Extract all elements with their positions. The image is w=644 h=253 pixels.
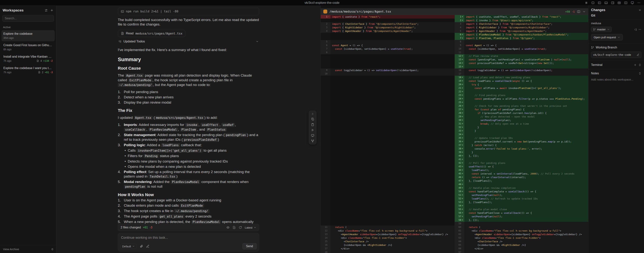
conversation-scroll[interactable]: npm run build 2>&1 | tail -80 The build … bbox=[118, 6, 259, 224]
diff-gutter bbox=[321, 97, 330, 100]
diff-code-line bbox=[330, 133, 454, 136]
layout-sidebar-left-icon[interactable] bbox=[598, 1, 601, 4]
updated-todos-row[interactable]: Updated Todos bbox=[118, 38, 259, 45]
diff-row: 42+ // Poll for pending plans bbox=[321, 161, 588, 165]
checklist-icon bbox=[118, 40, 122, 43]
split-columns-icon[interactable] bbox=[624, 1, 628, 4]
send-button[interactable]: Send bbox=[242, 243, 256, 250]
files-count: 2 bbox=[42, 71, 43, 74]
diff-gutter: 61 bbox=[454, 229, 464, 232]
diff-gutter bbox=[321, 136, 330, 140]
edit-icon[interactable] bbox=[146, 244, 150, 248]
layout-panel-bottom-icon[interactable] bbox=[604, 1, 608, 4]
copy-icon[interactable] bbox=[311, 118, 314, 121]
pause-icon[interactable] bbox=[585, 1, 588, 4]
new-terminal-icon[interactable] bbox=[634, 64, 637, 66]
diff-code-line bbox=[330, 186, 454, 190]
diff-code-line bbox=[330, 33, 454, 36]
notes-placeholder[interactable]: Add notes about this workspace... bbox=[588, 78, 644, 82]
display-icon[interactable] bbox=[631, 1, 634, 4]
diff-gutter: 37+ bbox=[454, 144, 464, 147]
diff-gutter bbox=[321, 172, 330, 176]
notes-section[interactable]: Notes bbox=[588, 69, 644, 78]
open-pull-request-button[interactable]: Open pull request bbox=[591, 34, 623, 40]
view-archive-link[interactable]: View Archive bbox=[3, 248, 19, 251]
diff-gutter bbox=[321, 36, 330, 40]
grid-layout-icon[interactable] bbox=[618, 1, 621, 4]
branch-selector[interactable]: master bbox=[591, 27, 612, 32]
version-dropdown[interactable]: Latest bbox=[245, 226, 256, 229]
list-item: 4.The Agent page polls get_all_plans eve… bbox=[118, 214, 259, 219]
read-file-tool[interactable]: Read medusa/src/pages/Agent.tsx bbox=[118, 30, 185, 37]
chevron-down-icon[interactable] bbox=[256, 40, 259, 43]
list-item: 2.Detect when a new plan arrives bbox=[118, 95, 259, 100]
diff-gutter: 65 bbox=[454, 243, 464, 247]
diff-code-line bbox=[330, 58, 454, 61]
terminal-output-block[interactable]: npm run build 2>&1 | tail -80 bbox=[118, 8, 259, 15]
working-branch-input[interactable]: vk/3ccf-explore-the-code bbox=[591, 52, 641, 58]
diff-row: 13+ const [pendingPlan, setPendingPlan] … bbox=[321, 58, 588, 61]
refresh-icon[interactable] bbox=[239, 226, 242, 229]
tool-file-path: medusa/src/pages/Agent.tsx bbox=[135, 32, 182, 35]
diff-gutter bbox=[321, 33, 330, 36]
diff-gutter: 9 bbox=[454, 44, 464, 47]
diff-gutter: 54+ bbox=[454, 204, 464, 208]
message-input[interactable]: Continue working on this task... bbox=[120, 235, 257, 240]
workspace-item[interactable]: Install and integrate Vibe Kanban Web...… bbox=[2, 53, 55, 64]
split-view-icon[interactable] bbox=[577, 10, 580, 13]
workspace-settings-icon[interactable] bbox=[44, 9, 48, 12]
edit-branch-icon[interactable] bbox=[637, 54, 639, 56]
attach-icon[interactable] bbox=[140, 244, 143, 248]
run-icon[interactable] bbox=[311, 128, 314, 132]
terminal-section[interactable]: Terminal bbox=[588, 61, 644, 69]
diff-code-line: return () => clearInterval(interval); bbox=[464, 176, 588, 179]
clipboard-icon[interactable] bbox=[311, 123, 314, 126]
diff-row: 9 const toggleSidebar = () => setSidebar… bbox=[321, 68, 588, 72]
diff-code-line bbox=[330, 147, 454, 150]
git-menu-icon[interactable] bbox=[638, 28, 641, 31]
stop-icon[interactable] bbox=[591, 1, 594, 4]
diff-code-line: const Agent = () => { bbox=[330, 44, 454, 47]
model-selector[interactable]: Default bbox=[120, 244, 137, 249]
diff-gutter: 50+ bbox=[454, 190, 464, 193]
sub-list-item: •Opens the modal when a new plan is dete… bbox=[118, 164, 259, 169]
pr-button-label: Open pull request bbox=[594, 36, 616, 39]
diff-row: 33+ } bbox=[321, 129, 588, 133]
changes-panel: Changes Git medusa master ↑1 Open pull r… bbox=[588, 6, 644, 253]
drag-handle-icon[interactable] bbox=[311, 112, 314, 116]
diff-code-line: } bbox=[464, 150, 588, 154]
search-input[interactable] bbox=[2, 15, 54, 22]
diff-code-line bbox=[464, 65, 588, 68]
chevron-down-icon bbox=[132, 245, 135, 248]
diff-code-line bbox=[330, 168, 454, 172]
workspace-item[interactable]: Explore the codebase35m ago bbox=[2, 30, 55, 41]
collapse-diff-icon[interactable] bbox=[582, 10, 586, 13]
diff-row: 34+ bbox=[321, 133, 588, 136]
diff-row: 48+ bbox=[321, 182, 588, 186]
diff-code-line: return ( bbox=[330, 226, 454, 229]
changes-summary-bar[interactable]: 2 files changed +61 -3 Latest bbox=[118, 224, 259, 231]
layout-sidebar-right-icon[interactable] bbox=[611, 1, 614, 4]
diff-gutter: 8 bbox=[454, 40, 464, 44]
diff-gutter: 38+ bbox=[454, 147, 464, 150]
collapse-panel-icon[interactable] bbox=[638, 9, 641, 12]
diff-view-icon[interactable] bbox=[232, 226, 236, 229]
diff-gutter bbox=[321, 204, 330, 208]
diff-code-line: const toggleSidebar = () => setSidebarOp… bbox=[330, 68, 454, 72]
more-options-icon[interactable] bbox=[637, 1, 640, 4]
diff-gutter: 7 bbox=[321, 47, 330, 51]
panel-title: Changes bbox=[591, 8, 605, 12]
diff-row: 38+ console.error('Failed to load plans:… bbox=[321, 147, 588, 150]
diff-row: 26+ // Check for new pending plans that … bbox=[321, 104, 588, 108]
visibility-icon[interactable] bbox=[226, 226, 230, 229]
diff-row: 46+ return () => clearInterval(interval)… bbox=[321, 176, 588, 179]
workspace-timestamp: 7h ago bbox=[4, 59, 12, 62]
workspace-item[interactable]: Explore the codebase I want you to ex...… bbox=[2, 64, 55, 76]
add-workspace-icon[interactable] bbox=[50, 9, 54, 12]
terminal-label: Terminal bbox=[591, 63, 602, 67]
expand-terminal-icon[interactable] bbox=[638, 64, 641, 66]
preview-icon[interactable] bbox=[311, 134, 314, 137]
workspace-item[interactable]: Create Good First Issues on Github So...… bbox=[2, 42, 55, 53]
expand-notes-icon[interactable] bbox=[638, 72, 641, 75]
git-fork-icon[interactable] bbox=[311, 139, 314, 143]
